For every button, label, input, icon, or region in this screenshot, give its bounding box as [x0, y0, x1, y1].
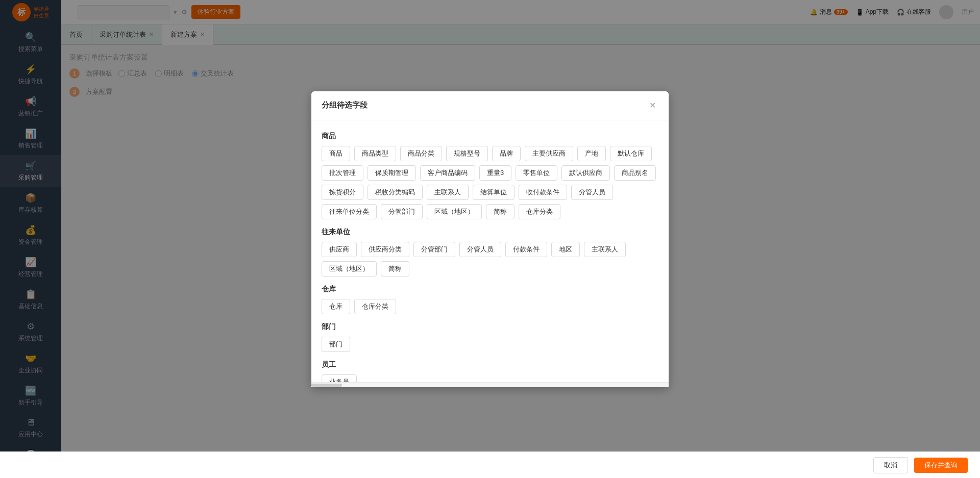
section-title-partner: 往来单位 — [322, 228, 658, 237]
modal-dialog: 分组待选字段 ✕ 商品商品商品类型商品分类规格型号品牌主要供应商产地默认仓库批次… — [311, 91, 669, 387]
field-tag-分管部门[interactable]: 分管部门 — [381, 204, 423, 219]
field-tag-供应商分类[interactable]: 供应商分类 — [361, 242, 409, 257]
modal-overlay: 分组待选字段 ✕ 商品商品商品类型商品分类规格型号品牌主要供应商产地默认仓库批次… — [0, 0, 980, 478]
field-tag-仓库分类[interactable]: 仓库分类 — [519, 204, 560, 219]
field-grid-warehouse: 仓库仓库分类 — [322, 299, 658, 314]
field-tag-分管人员[interactable]: 分管人员 — [571, 185, 613, 200]
scrollbar-thumb — [311, 384, 342, 387]
field-tag-规格型号[interactable]: 规格型号 — [446, 146, 488, 161]
field-tag-主联系人[interactable]: 主联系人 — [584, 242, 626, 257]
field-tag-品牌[interactable]: 品牌 — [492, 146, 521, 161]
field-tag-分管部门[interactable]: 分管部门 — [413, 242, 455, 257]
field-tag-商品分类[interactable]: 商品分类 — [400, 146, 442, 161]
horizontal-scrollbar[interactable] — [311, 382, 669, 387]
field-tag-默认供应商[interactable]: 默认供应商 — [561, 165, 610, 181]
modal-header: 分组待选字段 ✕ — [311, 91, 669, 120]
field-tag-区域（地区）[interactable]: 区域（地区） — [427, 204, 482, 219]
save-query-button[interactable]: 保存并查询 — [914, 458, 968, 473]
field-grid-employee: 业务员 — [322, 374, 658, 382]
field-tag-批次管理[interactable]: 批次管理 — [322, 165, 363, 181]
field-tag-分管人员[interactable]: 分管人员 — [459, 242, 501, 257]
field-tag-部门[interactable]: 部门 — [322, 337, 350, 352]
field-tag-客户商品编码[interactable]: 客户商品编码 — [420, 165, 475, 181]
field-tag-收付款条件[interactable]: 收付款条件 — [519, 185, 567, 200]
field-tag-地区[interactable]: 地区 — [551, 242, 580, 257]
field-tag-主要供应商[interactable]: 主要供应商 — [525, 146, 573, 161]
section-title-warehouse: 仓库 — [322, 285, 658, 294]
field-tag-供应商[interactable]: 供应商 — [322, 242, 357, 257]
field-tag-默认仓库[interactable]: 默认仓库 — [610, 146, 652, 161]
field-tag-保质期管理[interactable]: 保质期管理 — [368, 165, 416, 181]
field-tag-零售单位[interactable]: 零售单位 — [516, 165, 557, 181]
field-tag-商品别名[interactable]: 商品别名 — [614, 165, 656, 181]
modal-body: 商品商品商品类型商品分类规格型号品牌主要供应商产地默认仓库批次管理保质期管理客户… — [311, 120, 669, 382]
field-grid-partner: 供应商供应商分类分管部门分管人员付款条件地区主联系人区域（地区）简称 — [322, 242, 658, 276]
field-tag-简称[interactable]: 简称 — [486, 204, 514, 219]
field-grid-goods: 商品商品类型商品分类规格型号品牌主要供应商产地默认仓库批次管理保质期管理客户商品… — [322, 146, 658, 219]
field-tag-商品[interactable]: 商品 — [322, 146, 350, 161]
section-title-goods: 商品 — [322, 132, 658, 141]
section-title-department: 部门 — [322, 322, 658, 332]
field-tag-拣货积分[interactable]: 拣货积分 — [322, 185, 363, 200]
field-tag-商品类型[interactable]: 商品类型 — [354, 146, 396, 161]
field-tag-往来单位分类[interactable]: 往来单位分类 — [322, 204, 377, 219]
field-tag-仓库[interactable]: 仓库 — [322, 299, 350, 314]
field-tag-重量3[interactable]: 重量3 — [479, 165, 511, 181]
field-grid-department: 部门 — [322, 337, 658, 352]
field-tag-主联系人[interactable]: 主联系人 — [427, 185, 469, 200]
field-tag-仓库分类[interactable]: 仓库分类 — [354, 299, 396, 314]
field-tag-产地[interactable]: 产地 — [577, 146, 606, 161]
bottom-bar: 取消 保存并查询 — [0, 451, 980, 478]
modal-title: 分组待选字段 — [322, 100, 368, 110]
field-tag-结算单位[interactable]: 结算单位 — [473, 185, 514, 200]
field-tag-业务员[interactable]: 业务员 — [322, 374, 357, 382]
field-tag-税收分类编码[interactable]: 税收分类编码 — [368, 185, 423, 200]
modal-close-button[interactable]: ✕ — [646, 99, 658, 112]
field-tag-付款条件[interactable]: 付款条件 — [505, 242, 547, 257]
cancel-button[interactable]: 取消 — [873, 457, 908, 473]
field-tag-区域（地区）[interactable]: 区域（地区） — [322, 261, 377, 276]
section-title-employee: 员工 — [322, 360, 658, 369]
field-tag-简称[interactable]: 简称 — [381, 261, 409, 276]
